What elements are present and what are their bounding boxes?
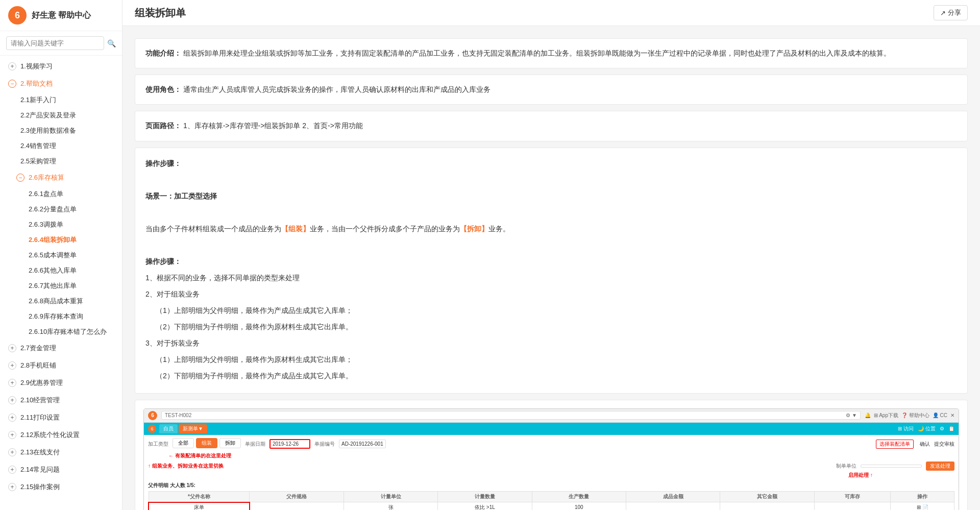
upper-td-qty: 依比 >1L: [438, 502, 532, 510]
ops-title: 操作步骤：: [145, 159, 181, 167]
sidebar-item-assembly[interactable]: 2.6.4组装拆卸单: [0, 232, 122, 248]
mock-icon-3: ⚙: [940, 426, 944, 431]
sidebar-item-transfer[interactable]: 2.6.3调拨单: [0, 217, 122, 232]
topbar: 组装拆卸单 ↗ 分享: [122, 0, 980, 26]
func-intro-text: 组装拆卸单用来处理企业组装或拆卸等加工业务，支持有固定装配清单的产品加工业务，也…: [183, 49, 891, 57]
site-title: 好生意 帮助中心: [32, 10, 91, 21]
apps-icon: ⊞ App下载: [874, 412, 898, 419]
notification-icon: 🔔: [865, 412, 871, 418]
form-order-input[interactable]: AD-20191226-001: [339, 440, 386, 448]
form-submit-btn[interactable]: 发送处理: [926, 462, 954, 471]
mock-logo: 6: [148, 411, 157, 420]
sidebar-item-label: 2.10经营管理: [20, 396, 60, 405]
expand-icon: +: [8, 483, 16, 491]
user-icon: 👤 CC: [933, 412, 947, 418]
upper-th-6: 成品金额: [626, 491, 720, 502]
expand-icon: +: [8, 62, 16, 70]
upper-th-4: 计量数量: [438, 491, 532, 502]
table-row: 床单 张 依比 >1L 100 ⊞ 📄: [149, 502, 954, 510]
sidebar-item-online-pay[interactable]: + 2.13在线支付: [0, 444, 122, 461]
upper-td-action[interactable]: ⊞ 📄: [891, 502, 954, 510]
mock-right-icons: ⊞ 访问 🌙 位置 ⚙ 📋: [898, 425, 954, 432]
sidebar-item-install[interactable]: 2.2产品安装及登录: [0, 108, 122, 123]
sidebar-item-label: 2.13在线支付: [20, 448, 60, 457]
type-btn-assembly[interactable]: 组装: [196, 438, 217, 448]
sidebar-item-docs[interactable]: − 2.帮助文档: [0, 75, 122, 92]
content-area: 功能介绍： 组装拆卸单用来处理企业组装或拆卸等加工业务，支持有固定装配清单的产品…: [122, 26, 980, 510]
path-box: 页面路径： 1、库存核算->库存管理->组装拆卸单 2、首页->常用功能: [135, 111, 968, 141]
sidebar-item-inventory[interactable]: − 2.6库存核算: [0, 169, 122, 186]
steps-box: 操作步骤： 场景一：加工类型选择 当由多个子件材料组装成一个成品的业务为【组装】…: [135, 148, 968, 394]
sidebar-item-faq[interactable]: + 2.14常见问题: [0, 461, 122, 478]
upper-th-2: 父件规格: [250, 491, 344, 502]
mock-address: TEST-H002 ⚙ ▼: [161, 411, 861, 420]
role-text: 通常由生产人员或库管人员完成拆装业务的操作，库管人员确认原材料的出库和产成品的入…: [183, 85, 491, 93]
assembly-kw: 【组装】: [281, 225, 310, 233]
sidebar-item-videos[interactable]: + 1.视频学习: [0, 58, 122, 75]
expand-icon: +: [8, 414, 16, 422]
step2b: （2）下部明细为子件明细，最终作为原材料生成其它出库单。: [156, 320, 957, 334]
sidebar-item-customization[interactable]: + 2.12系统个性化设置: [0, 426, 122, 444]
annotation-text-3: 启用处理 ↑: [148, 472, 954, 479]
addr-icon: ⚙ ▼: [846, 412, 857, 418]
sidebar-item-data-prep[interactable]: 2.3使用前数据准备: [0, 123, 122, 138]
sidebar: 6 好生意 帮助中心 🔍 + 1.视频学习 − 2.帮助文档 2.1新手入门 2…: [0, 0, 122, 510]
scene-title: 场景一：加工类型选择: [145, 192, 217, 200]
sidebar-nav: + 1.视频学习 − 2.帮助文档 2.1新手入门 2.2产品安装及登录 2.3…: [0, 56, 122, 498]
sidebar-item-cost-adj[interactable]: 2.6.5成本调整单: [0, 248, 122, 263]
sidebar-item-finance[interactable]: + 2.7资金管理: [0, 339, 122, 357]
search-input[interactable]: [6, 36, 104, 50]
sidebar-item-ledger-query[interactable]: 2.6.9库存账本查询: [0, 309, 122, 324]
sidebar-item-partial-stocktake[interactable]: 2.6.2分量盘点单: [0, 202, 122, 217]
mock-titlebar: 6 TEST-H002 ⚙ ▼ 🔔 ⊞ App下载 ❓ 帮助中心 👤 CC ✕: [144, 409, 959, 423]
sidebar-item-label: 2.7资金管理: [20, 344, 56, 353]
mock-type-select: 全部 组装 拆卸: [173, 438, 241, 448]
expand-icon: +: [8, 466, 16, 474]
sidebar-item-cases[interactable]: + 2.15操作案例: [0, 478, 122, 496]
mock-tab-home[interactable]: 自员: [159, 424, 178, 433]
upper-td-other: [720, 502, 814, 510]
sidebar-item-label: 2.6库存核算: [29, 173, 64, 182]
upper-td-stock: [814, 502, 891, 510]
sidebar-item-other-out[interactable]: 2.6.7其他出库单: [0, 278, 122, 294]
upper-th-1: *父件名称: [149, 491, 250, 502]
sidebar-item-coupons[interactable]: + 2.9优惠券管理: [0, 374, 122, 392]
sidebar-item-label: 2.11打印设置: [20, 413, 60, 422]
form-date-input[interactable]: 2019-12-26: [270, 439, 310, 449]
expand-icon: +: [8, 431, 16, 439]
sidebar-item-ledger-fix[interactable]: 2.6.10库存账本错了怎么办: [0, 324, 122, 339]
sidebar-item-mobile[interactable]: + 2.8手机旺铺: [0, 357, 122, 374]
type-btn-disassemble[interactable]: 拆卸: [219, 438, 241, 448]
share-button[interactable]: ↗ 分享: [934, 5, 968, 20]
sidebar-item-stocktake[interactable]: 2.6.1盘点单: [0, 186, 122, 202]
path-label: 页面路径：: [145, 122, 181, 130]
upper-table-title: 父件明细 大人数 1/5:: [148, 481, 954, 490]
mock-icon-1: ⊞ 访问: [898, 425, 914, 432]
upper-table: *父件名称 父件规格 计量单位 计量数量 生产数量 成品金额 其它金额 可库存 …: [148, 491, 954, 510]
sidebar-item-newbie[interactable]: 2.1新手入门: [0, 92, 122, 108]
mock-tab-new[interactable]: 新测单▼: [179, 424, 207, 433]
upper-th-8: 可库存: [814, 491, 891, 502]
sidebar-item-operations[interactable]: + 2.10经营管理: [0, 392, 122, 409]
mock-form-area: 加工类型 全部 组装 拆卸 单据日期 2019-12-26 单据编号 AD-20…: [144, 435, 959, 510]
form-user-label: 制单单位: [836, 463, 856, 470]
upper-th-5: 生产数量: [532, 491, 626, 502]
collapse-sub-icon: −: [16, 174, 24, 182]
sidebar-item-label: 2.12系统个性化设置: [20, 430, 80, 440]
search-bar: 🔍: [0, 31, 122, 56]
form-btns: 确认 提交审核: [920, 441, 954, 448]
form-user-input[interactable]: [861, 465, 922, 468]
sidebar-item-cost-recalc[interactable]: 2.6.8商品成本重算: [0, 294, 122, 309]
search-icon[interactable]: 🔍: [107, 39, 116, 47]
sidebar-item-print[interactable]: + 2.11打印设置: [0, 409, 122, 426]
main-area: 组装拆卸单 ↗ 分享 功能介绍： 组装拆卸单用来处理企业组装或拆卸等加工业务，支…: [122, 0, 980, 510]
mock-screen: 6 TEST-H002 ⚙ ▼ 🔔 ⊞ App下载 ❓ 帮助中心 👤 CC ✕: [143, 408, 959, 510]
sidebar-item-sales[interactable]: 2.4销售管理: [0, 138, 122, 154]
type-btn-all[interactable]: 全部: [173, 438, 194, 448]
step2: 2、对于组装业务: [145, 287, 957, 301]
sidebar-item-other-in[interactable]: 2.6.6其他入库单: [0, 263, 122, 278]
mock-icon-4: 📋: [948, 426, 954, 431]
sidebar-item-purchase[interactable]: 2.5采购管理: [0, 154, 122, 169]
step2a: （1）上部明细为父件明细，最终作为产成品生成其它入库单；: [156, 303, 957, 318]
annotation-text-1: ← 有装配清单的在这里处理: [148, 452, 954, 459]
